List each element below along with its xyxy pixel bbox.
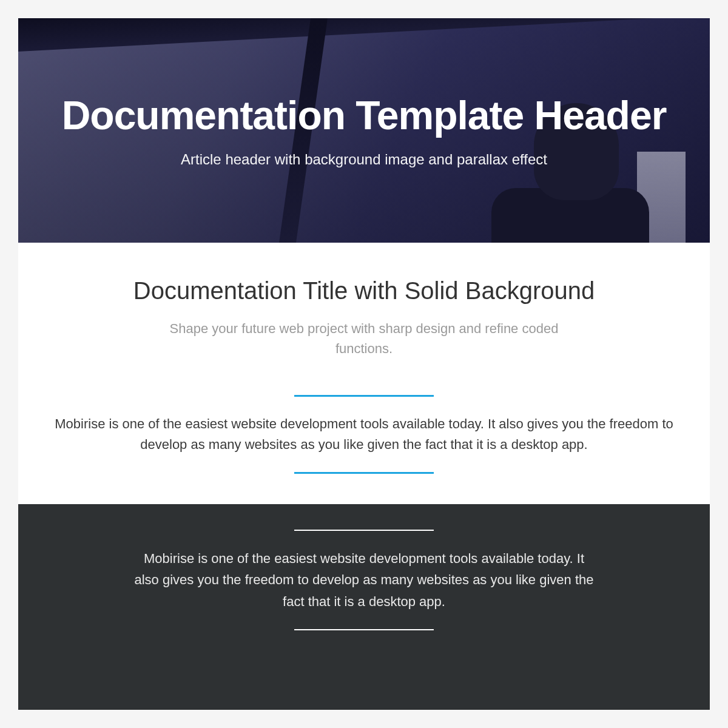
- body-text-light: Mobirise is one of the easiest website d…: [55, 414, 673, 455]
- section-title: Documentation Title with Solid Backgroun…: [121, 276, 607, 305]
- hero-section: Documentation Template Header Article he…: [18, 18, 710, 243]
- divider-top: [294, 395, 434, 397]
- section-subtitle: Shape your future web project with sharp…: [158, 318, 570, 359]
- dark-text-block: Mobirise is one of the easiest website d…: [18, 504, 710, 710]
- template-container: Documentation Template Header Article he…: [18, 18, 710, 710]
- page-wrapper: Documentation Template Header Article he…: [0, 0, 728, 728]
- window-frame-horizontal: [18, 18, 710, 52]
- divider-bottom-dark: [294, 629, 434, 630]
- hero-subtitle: Article header with background image and…: [62, 151, 667, 168]
- divider-bottom: [294, 472, 434, 474]
- hero-title: Documentation Template Header: [62, 93, 667, 139]
- solid-background-section: Documentation Title with Solid Backgroun…: [18, 243, 710, 359]
- divider-top-dark: [294, 530, 434, 531]
- body-text-dark: Mobirise is one of the easiest website d…: [133, 548, 595, 612]
- light-text-block: Mobirise is one of the easiest website d…: [18, 359, 710, 504]
- hero-content: Documentation Template Header Article he…: [38, 93, 691, 168]
